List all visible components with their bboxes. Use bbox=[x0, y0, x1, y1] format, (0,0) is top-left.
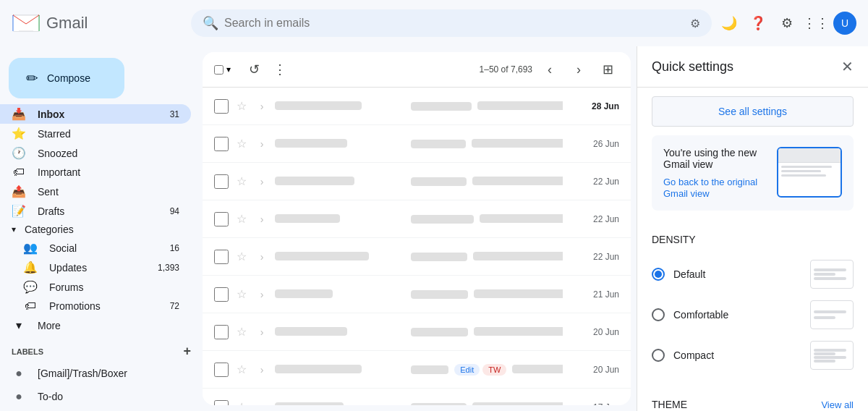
preview-line bbox=[814, 360, 835, 363]
star-icon[interactable]: ☆ bbox=[234, 325, 249, 339]
add-label-button[interactable]: + bbox=[183, 344, 191, 359]
important-marker-icon[interactable]: › bbox=[255, 364, 269, 376]
compose-button[interactable]: ✏ Compose bbox=[9, 58, 124, 98]
email-sender bbox=[275, 176, 405, 187]
important-marker-icon[interactable]: › bbox=[255, 251, 269, 263]
row-checkbox[interactable] bbox=[214, 325, 229, 339]
preview-line bbox=[814, 352, 835, 355]
important-marker-icon[interactable]: › bbox=[255, 402, 269, 406]
sidebar-item-trash-boxer[interactable]: ● [Gmail]/Trash/Boxer bbox=[0, 362, 191, 385]
sidebar-item-updates[interactable]: 🔔 Updates 1,393 bbox=[0, 258, 191, 277]
inbox-label: Inbox bbox=[38, 109, 64, 120]
important-marker-icon[interactable]: › bbox=[255, 289, 269, 300]
more-icon: ▾ bbox=[12, 318, 26, 332]
promotions-icon: 🏷 bbox=[23, 300, 38, 313]
row-checkbox[interactable] bbox=[214, 250, 229, 264]
sidebar-item-snoozed[interactable]: 🕐 Snoozed bbox=[0, 143, 191, 163]
important-marker-icon[interactable]: › bbox=[255, 213, 269, 225]
older-button[interactable]: › bbox=[567, 58, 590, 81]
sidebar-item-sent[interactable]: 📤 Sent bbox=[0, 182, 191, 201]
star-icon[interactable]: ☆ bbox=[234, 99, 249, 113]
select-chevron-icon[interactable]: ▾ bbox=[226, 64, 231, 75]
sidebar-item-starred[interactable]: ⭐ Starred bbox=[0, 124, 191, 143]
sidebar-item-todo[interactable]: ● To-do bbox=[0, 385, 191, 408]
more-options-button[interactable]: ⋮ bbox=[268, 58, 292, 81]
row-checkbox[interactable] bbox=[214, 212, 229, 226]
sidebar-item-categories[interactable]: ▾ Categories bbox=[0, 221, 191, 238]
table-row[interactable]: ☆ › 22 Jun bbox=[203, 238, 631, 276]
app-container: Gmail 🔍 ⚙ 🌙 ❓ ⚙ ⋮⋮ U ✏ bbox=[0, 0, 868, 411]
settings-button[interactable]: ⚙ bbox=[775, 12, 799, 35]
view-options-button[interactable]: ⊞ bbox=[596, 58, 619, 81]
email-date: 26 Jun bbox=[569, 139, 619, 149]
email-date: 28 Jun bbox=[569, 101, 619, 111]
email-body bbox=[411, 101, 563, 112]
snoozed-icon: 🕐 bbox=[12, 146, 26, 160]
select-all-area[interactable]: ▾ bbox=[214, 64, 231, 75]
search-bar[interactable]: 🔍 ⚙ bbox=[191, 9, 712, 37]
go-back-link[interactable]: Go back to the original Gmail view bbox=[663, 177, 757, 199]
label-trash-boxer: [Gmail]/Trash/Boxer bbox=[38, 368, 127, 379]
row-checkbox[interactable] bbox=[214, 287, 229, 302]
email-date: 17 Jun bbox=[569, 402, 619, 406]
gmail-view-preview bbox=[777, 147, 842, 198]
important-marker-icon[interactable]: › bbox=[255, 326, 269, 338]
star-icon[interactable]: ☆ bbox=[234, 250, 249, 263]
density-option-compact[interactable]: Compact bbox=[652, 335, 854, 376]
density-preview-default bbox=[810, 260, 854, 289]
table-row[interactable]: ☆ › 22 Jun bbox=[203, 200, 631, 238]
support-button[interactable]: ❓ bbox=[746, 12, 770, 35]
important-marker-icon[interactable]: › bbox=[255, 176, 269, 187]
away-button[interactable]: 🌙 bbox=[718, 12, 741, 35]
table-row[interactable]: ☆ › Edit TW 20 Jun bbox=[203, 351, 631, 389]
table-row[interactable]: ☆ › 28 Jun bbox=[203, 88, 631, 125]
sidebar-item-more[interactable]: ▾ More bbox=[0, 315, 191, 335]
gmail-view-section: You're using the new Gmail view Go back … bbox=[652, 135, 854, 211]
table-row[interactable]: ☆ › 17 Jun bbox=[203, 389, 631, 405]
search-options-icon[interactable]: ⚙ bbox=[690, 17, 700, 30]
qs-close-button[interactable]: ✕ bbox=[841, 58, 854, 75]
row-checkbox[interactable] bbox=[214, 99, 229, 114]
newer-button[interactable]: ‹ bbox=[538, 58, 561, 81]
star-icon[interactable]: ☆ bbox=[234, 137, 249, 151]
sidebar-item-forums[interactable]: 💬 Forums bbox=[0, 277, 191, 297]
important-marker-icon[interactable]: › bbox=[255, 101, 269, 112]
chip-tw: TW bbox=[482, 364, 506, 376]
star-icon[interactable]: ☆ bbox=[234, 174, 249, 188]
email-sender bbox=[275, 326, 405, 338]
row-checkbox[interactable] bbox=[214, 400, 229, 406]
preview-line bbox=[814, 349, 846, 352]
search-input[interactable] bbox=[224, 17, 684, 30]
row-checkbox[interactable] bbox=[214, 137, 229, 151]
sidebar-item-drafts[interactable]: 📝 Drafts 94 bbox=[0, 201, 191, 221]
star-icon[interactable]: ☆ bbox=[234, 287, 249, 301]
star-icon[interactable]: ☆ bbox=[234, 212, 249, 226]
table-row[interactable]: ☆ › 26 Jun bbox=[203, 125, 631, 163]
email-body bbox=[411, 176, 563, 187]
table-row[interactable]: ☆ › 20 Jun bbox=[203, 313, 631, 351]
sidebar-item-inbox[interactable]: 📥 Inbox 31 bbox=[0, 104, 191, 124]
density-option-comfortable[interactable]: Comfortable bbox=[652, 295, 854, 335]
table-row[interactable]: ☆ › 22 Jun bbox=[203, 163, 631, 200]
row-checkbox[interactable] bbox=[214, 174, 229, 189]
avatar-button[interactable]: U bbox=[833, 12, 856, 35]
sidebar-item-important[interactable]: 🏷 Important bbox=[0, 163, 191, 182]
density-option-default[interactable]: Default bbox=[652, 254, 854, 295]
table-row[interactable]: ☆ › 21 Jun bbox=[203, 276, 631, 313]
row-checkbox[interactable] bbox=[214, 363, 229, 377]
see-all-settings-button[interactable]: See all settings bbox=[652, 96, 854, 127]
refresh-button[interactable]: ↺ bbox=[242, 58, 265, 81]
important-marker-icon[interactable]: › bbox=[255, 138, 269, 150]
density-preview-compact bbox=[810, 341, 854, 370]
sidebar-item-social[interactable]: 👥 Social 16 bbox=[0, 238, 191, 258]
select-all-checkbox[interactable] bbox=[214, 65, 224, 75]
view-all-themes-link[interactable]: View all bbox=[821, 399, 854, 410]
app-logo: Gmail bbox=[12, 12, 185, 34]
support-icon: ❓ bbox=[750, 15, 766, 31]
star-icon[interactable]: ☆ bbox=[234, 363, 249, 376]
sidebar-item-promotions[interactable]: 🏷 Promotions 72 bbox=[0, 297, 191, 315]
apps-button[interactable]: ⋮⋮ bbox=[804, 12, 827, 35]
star-icon[interactable]: ☆ bbox=[234, 400, 249, 405]
preview-line bbox=[814, 356, 846, 359]
gmail-logo-icon bbox=[12, 12, 41, 34]
